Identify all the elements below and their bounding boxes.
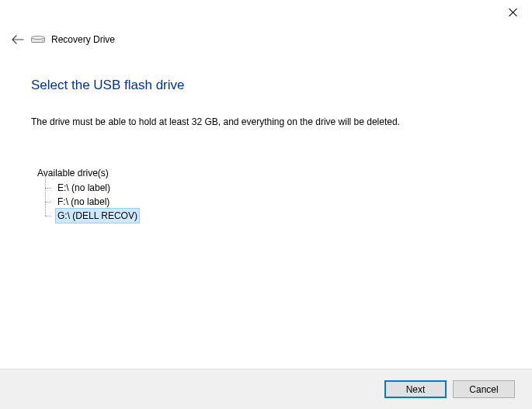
drive-item-label: E:\ (no label) <box>56 181 112 195</box>
svg-point-1 <box>32 36 45 40</box>
titlebar <box>0 0 532 25</box>
drive-tree: Available drive(s) E:\ (no label)F:\ (no… <box>37 166 501 223</box>
content-area: Select the USB flash drive The drive mus… <box>0 47 532 223</box>
app-title: Recovery Drive <box>51 34 115 45</box>
drive-item[interactable]: E:\ (no label) <box>45 181 501 195</box>
drive-item[interactable]: F:\ (no label) <box>45 195 501 209</box>
drive-item-label: F:\ (no label) <box>56 195 111 209</box>
wizard-footer: Next Cancel <box>0 369 532 409</box>
next-button[interactable]: Next <box>384 380 447 398</box>
tree-children: E:\ (no label)F:\ (no label)G:\ (DELL RE… <box>45 181 501 223</box>
tree-root-label: Available drive(s) <box>37 166 501 180</box>
instruction-text: The drive must be able to hold at least … <box>31 116 501 127</box>
cancel-button[interactable]: Cancel <box>453 380 515 398</box>
drive-item[interactable]: G:\ (DELL RECOV) <box>45 209 501 223</box>
svg-point-2 <box>42 40 43 42</box>
page-heading: Select the USB flash drive <box>31 78 501 93</box>
close-icon[interactable] <box>509 8 518 17</box>
drive-icon <box>31 34 45 45</box>
wizard-header: Recovery Drive <box>0 25 532 47</box>
back-button[interactable] <box>11 33 25 47</box>
drive-item-label: G:\ (DELL RECOV) <box>56 209 139 223</box>
